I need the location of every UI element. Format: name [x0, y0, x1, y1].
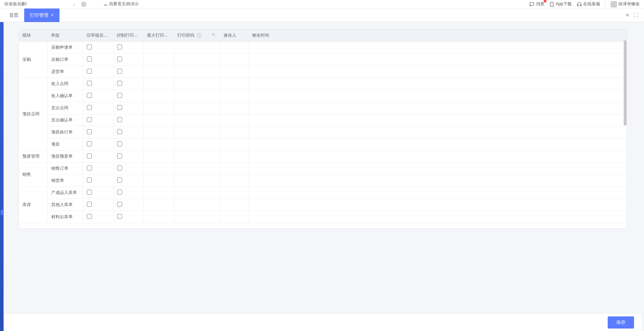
audit-checkbox[interactable] [87, 57, 92, 62]
control-checkbox[interactable] [117, 129, 122, 134]
close-icon[interactable]: ✕ [51, 13, 54, 17]
control-checkbox[interactable] [117, 57, 122, 62]
cell-password [174, 187, 220, 199]
cell-password [174, 54, 220, 66]
cell-password [174, 175, 220, 187]
control-checkbox[interactable] [117, 81, 122, 86]
cell-modify-time [248, 78, 627, 90]
help-icon[interactable]: ? [197, 33, 201, 38]
cell-audit-checkbox [83, 90, 113, 102]
cell-modify-time [248, 54, 627, 66]
table-row: 材料出库单 [19, 211, 627, 223]
cell-module: 库存 [19, 187, 47, 223]
table-row: 采购订单 [19, 54, 627, 66]
cell-password [174, 126, 220, 138]
audit-checkbox[interactable] [87, 214, 92, 219]
top-bar: 徐老板勿删! ⌄ ☁ 我要看实例演示 消息 App下载 在线客服 徐泽华修改 [0, 0, 644, 9]
audit-checkbox[interactable] [87, 129, 92, 134]
messages-link[interactable]: 消息 [529, 1, 544, 7]
cell-max-print [143, 102, 174, 114]
control-checkbox[interactable] [117, 93, 122, 98]
close-all-icon[interactable]: ✕ [625, 12, 629, 18]
cell-audit-checkbox [83, 78, 113, 90]
th-module: 模块 [19, 30, 47, 42]
cell-password [174, 151, 220, 163]
audit-checkbox[interactable] [87, 166, 92, 170]
th-print-password-text: 打印密码 [177, 33, 194, 38]
audit-checkbox[interactable] [87, 178, 92, 183]
control-checkbox[interactable] [117, 190, 122, 195]
control-checkbox[interactable] [117, 153, 122, 158]
control-checkbox[interactable] [117, 69, 122, 74]
cell-modify-time [248, 175, 627, 187]
cell-max-print [143, 175, 174, 187]
table-row: 采购采购申请单 [19, 42, 627, 54]
audit-checkbox[interactable] [87, 69, 92, 74]
control-checkbox[interactable] [117, 44, 122, 49]
cell-modifier [220, 163, 248, 175]
control-checkbox[interactable] [117, 117, 122, 122]
left-rail [0, 0, 4, 331]
audit-checkbox[interactable] [87, 81, 92, 86]
tab-home[interactable]: 首页 [4, 9, 24, 22]
control-checkbox[interactable] [117, 166, 122, 170]
cell-password [174, 138, 220, 151]
audit-checkbox[interactable] [87, 202, 92, 207]
cell-document: 其他入库单 [47, 199, 83, 211]
cell-modify-time [248, 66, 627, 78]
demo-link[interactable]: ☁ 我要看实例演示 [103, 1, 139, 7]
cell-module: 预算管理 [19, 151, 47, 163]
audit-checkbox[interactable] [87, 93, 92, 98]
cell-control-checkbox [113, 151, 143, 163]
top-left: 徐老板勿删! ⌄ ☁ 我要看实例演示 [4, 1, 139, 7]
cell-module: 项目合同 [19, 78, 47, 151]
cell-audit-checkbox [83, 187, 113, 199]
gear-icon[interactable] [81, 1, 86, 7]
audit-checkbox[interactable] [87, 153, 92, 158]
cell-max-print [143, 78, 174, 90]
audit-checkbox[interactable] [87, 117, 92, 122]
rail-indicator [1, 210, 3, 215]
account-dropdown[interactable]: 徐老板勿删! ⌄ [4, 1, 75, 7]
app-download-link[interactable]: App下载 [549, 1, 572, 7]
cell-modifier [220, 211, 248, 223]
audit-checkbox[interactable] [87, 105, 92, 110]
tab-actions: ✕ ⛶ [625, 12, 644, 18]
print-settings-table: 模块 单据 仅审核后... 控制打印... 最大打印... 打印密码 ? ✎ 修… [19, 30, 627, 223]
cell-modifier [220, 54, 248, 66]
control-checkbox[interactable] [117, 202, 122, 207]
tab-print-label: 打印管理 [30, 12, 48, 19]
control-checkbox[interactable] [117, 178, 122, 183]
cell-control-checkbox [113, 163, 143, 175]
content-area: 模块 单据 仅审核后... 控制打印... 最大打印... 打印密码 ? ✎ 修… [4, 22, 641, 313]
cell-document: 采购订单 [47, 54, 83, 66]
cell-max-print [143, 211, 174, 223]
fullscreen-icon[interactable]: ⛶ [634, 12, 638, 18]
th-print-password: 打印密码 ? ✎ [174, 30, 220, 42]
cell-max-print [143, 151, 174, 163]
message-icon [529, 2, 534, 7]
scrollbar[interactable] [624, 40, 627, 126]
save-button[interactable]: 保存 [608, 316, 634, 329]
online-service-link[interactable]: 在线客服 [577, 1, 600, 7]
cell-document: 支出合同 [47, 102, 83, 114]
cell-audit-checkbox [83, 126, 113, 138]
audit-checkbox[interactable] [87, 44, 92, 49]
control-checkbox[interactable] [117, 141, 122, 146]
cell-control-checkbox [113, 78, 143, 90]
cell-modify-time [248, 126, 627, 138]
audit-checkbox[interactable] [87, 141, 92, 146]
control-checkbox[interactable] [117, 214, 122, 219]
edit-icon[interactable]: ✎ [212, 32, 215, 37]
user-menu[interactable]: 徐泽华修改 [611, 1, 640, 7]
tab-print-management[interactable]: 打印管理 ✕ [24, 9, 59, 22]
divider [605, 2, 606, 7]
audit-checkbox[interactable] [87, 190, 92, 195]
cell-document: 销货单 [47, 175, 83, 187]
th-modify-time: 修改时间 [248, 30, 627, 42]
table-row: 销售销售订单 [19, 163, 627, 175]
control-checkbox[interactable] [117, 105, 122, 110]
cell-modifier [220, 90, 248, 102]
cell-max-print [143, 126, 174, 138]
cell-control-checkbox [113, 211, 143, 223]
